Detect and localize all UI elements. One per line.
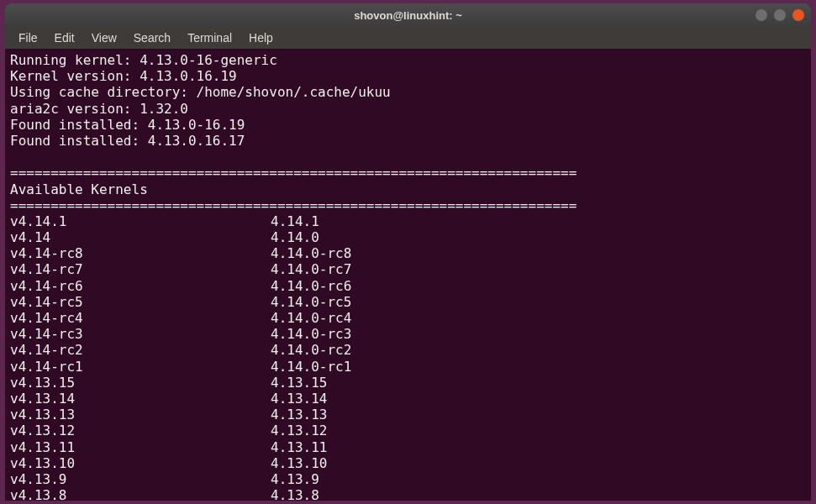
kernel-version: 4.13.14 bbox=[271, 391, 327, 407]
kernel-name: v4.13.10 bbox=[10, 455, 271, 471]
kernel-version: 4.14.0-rc7 bbox=[271, 261, 351, 277]
kernel-list: v4.14.14.14.1v4.144.14.0v4.14-rc84.14.0-… bbox=[10, 213, 806, 501]
kernel-name: v4.14-rc2 bbox=[10, 342, 271, 358]
kernel-row: v4.13.84.13.8 bbox=[10, 487, 806, 501]
kernel-name: v4.13.14 bbox=[10, 391, 271, 407]
kernel-name: v4.14.1 bbox=[10, 213, 271, 229]
kernel-row: v4.14.14.14.1 bbox=[10, 213, 806, 229]
menu-file[interactable]: File bbox=[12, 29, 45, 47]
kernel-name: v4.13.15 bbox=[10, 375, 271, 391]
kernel-row: v4.14-rc74.14.0-rc7 bbox=[10, 261, 806, 277]
menu-search[interactable]: Search bbox=[127, 29, 177, 47]
kernel-version: 4.13.8 bbox=[271, 487, 319, 501]
kernel-version: 4.14.0-rc1 bbox=[271, 359, 351, 375]
menubar: File Edit View Search Terminal Help bbox=[5, 27, 811, 49]
kernel-name: v4.14-rc5 bbox=[10, 294, 271, 310]
kernel-row: v4.144.14.0 bbox=[10, 229, 806, 245]
kernel-name: v4.13.12 bbox=[10, 423, 271, 438]
kernel-row: v4.14-rc64.14.0-rc6 bbox=[10, 278, 806, 294]
line-aria2c: aria2c version: 1.32.0 bbox=[10, 101, 188, 117]
kernel-row: v4.13.94.13.9 bbox=[10, 471, 806, 487]
kernel-version: 4.14.0-rc4 bbox=[271, 310, 351, 326]
line-found-installed-2: Found installed: 4.13.0.16.17 bbox=[10, 133, 245, 149]
kernel-name: v4.13.8 bbox=[10, 487, 271, 501]
kernel-version: 4.14.0-rc2 bbox=[271, 342, 351, 358]
kernel-row: v4.13.104.13.10 bbox=[10, 455, 806, 471]
kernel-version: 4.14.0-rc5 bbox=[271, 294, 351, 310]
kernel-row: v4.14-rc34.14.0-rc3 bbox=[10, 326, 806, 342]
kernel-name: v4.14 bbox=[10, 229, 271, 245]
kernel-name: v4.13.9 bbox=[10, 471, 271, 487]
window-title: shovon@linuxhint: ~ bbox=[354, 9, 462, 22]
menu-edit[interactable]: Edit bbox=[48, 29, 82, 47]
kernel-row: v4.13.134.13.13 bbox=[10, 407, 806, 423]
separator-line: ========================================… bbox=[10, 197, 576, 213]
kernel-version: 4.14.0-rc3 bbox=[271, 326, 351, 342]
kernel-version: 4.14.1 bbox=[271, 213, 319, 229]
kernel-row: v4.13.114.13.11 bbox=[10, 439, 806, 455]
kernel-name: v4.14-rc3 bbox=[10, 326, 271, 342]
separator-line: ========================================… bbox=[10, 165, 576, 181]
kernel-version: 4.13.12 bbox=[271, 423, 327, 438]
kernel-version: 4.13.15 bbox=[271, 375, 327, 391]
terminal-window: shovon@linuxhint: ~ File Edit View Searc… bbox=[5, 3, 811, 501]
kernel-name: v4.13.13 bbox=[10, 407, 271, 423]
window-controls bbox=[755, 9, 804, 21]
kernel-row: v4.14-rc54.14.0-rc5 bbox=[10, 294, 806, 310]
minimize-button[interactable] bbox=[755, 9, 767, 21]
kernel-row: v4.13.154.13.15 bbox=[10, 375, 806, 391]
line-running-kernel: Running kernel: 4.13.0-16-generic bbox=[10, 52, 277, 68]
kernel-version: 4.13.13 bbox=[271, 407, 327, 423]
kernel-row: v4.14-rc84.14.0-rc8 bbox=[10, 245, 806, 261]
maximize-button[interactable] bbox=[774, 9, 786, 21]
kernel-version: 4.13.9 bbox=[271, 471, 319, 487]
kernel-row: v4.14-rc44.14.0-rc4 bbox=[10, 310, 806, 326]
kernel-name: v4.14-rc7 bbox=[10, 261, 271, 277]
line-cache-dir: Using cache directory: /home/shovon/.cac… bbox=[10, 84, 391, 100]
kernel-row: v4.13.144.13.14 bbox=[10, 391, 806, 407]
kernel-name: v4.14-rc1 bbox=[10, 359, 271, 375]
titlebar: shovon@linuxhint: ~ bbox=[5, 3, 811, 27]
available-kernels-title: Available Kernels bbox=[10, 181, 148, 197]
kernel-row: v4.14-rc24.14.0-rc2 bbox=[10, 342, 806, 358]
kernel-version: 4.13.10 bbox=[271, 455, 327, 471]
kernel-name: v4.14-rc4 bbox=[10, 310, 271, 326]
kernel-name: v4.14-rc6 bbox=[10, 278, 271, 294]
terminal-output[interactable]: Running kernel: 4.13.0-16-generic Kernel… bbox=[5, 49, 811, 501]
menu-view[interactable]: View bbox=[85, 29, 124, 47]
close-button[interactable] bbox=[792, 9, 804, 21]
line-found-installed-1: Found installed: 4.13.0-16.19 bbox=[10, 117, 245, 133]
kernel-version: 4.13.11 bbox=[271, 439, 327, 455]
menu-help[interactable]: Help bbox=[242, 29, 280, 47]
kernel-row: v4.14-rc14.14.0-rc1 bbox=[10, 359, 806, 375]
kernel-row: v4.13.124.13.12 bbox=[10, 423, 806, 438]
kernel-version: 4.14.0-rc6 bbox=[271, 278, 351, 294]
line-kernel-version: Kernel version: 4.13.0.16.19 bbox=[10, 68, 237, 84]
menu-terminal[interactable]: Terminal bbox=[181, 29, 239, 47]
kernel-version: 4.14.0 bbox=[271, 229, 319, 245]
kernel-version: 4.14.0-rc8 bbox=[271, 245, 351, 261]
kernel-name: v4.13.11 bbox=[10, 439, 271, 455]
kernel-name: v4.14-rc8 bbox=[10, 245, 271, 261]
